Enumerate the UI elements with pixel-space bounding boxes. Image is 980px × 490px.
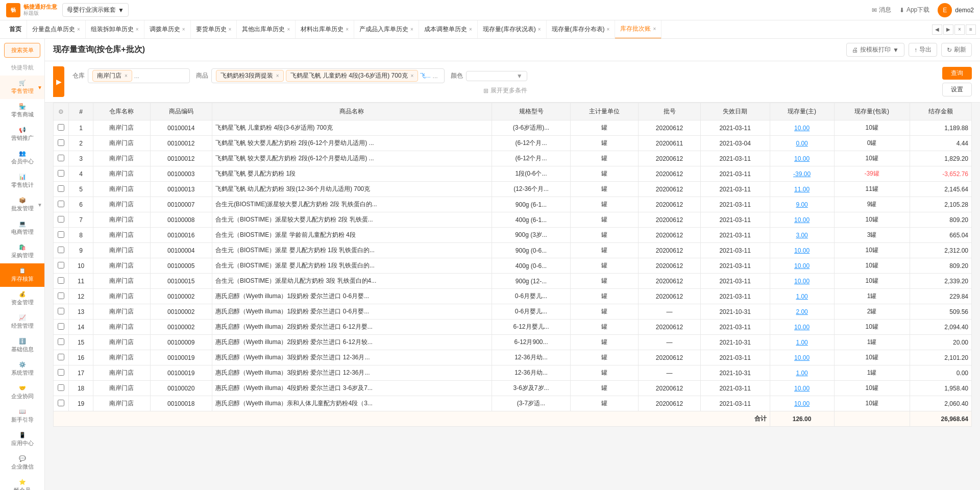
row-qty-main[interactable]: 10.00 (770, 258, 834, 274)
print-btn[interactable]: 🖨 按模板打印 ▼ (846, 43, 904, 57)
sidebar-item-operations[interactable]: 📈 经营管理 (0, 310, 44, 334)
row-qty-main[interactable]: -39.00 (770, 166, 834, 182)
row-qty-main[interactable]: 10.00 (770, 381, 834, 396)
product-more-btn[interactable]: ... (431, 72, 440, 80)
color-input[interactable]: ▼ (466, 71, 527, 81)
row-checkbox[interactable] (58, 338, 64, 345)
sidebar-item-marketing[interactable]: 📢 营销推广 (0, 122, 44, 146)
close-icon[interactable]: × (77, 27, 80, 32)
product-tag-1-remove[interactable]: × (276, 73, 279, 79)
row-checkbox[interactable] (58, 384, 64, 391)
row-qty-main[interactable]: 3.00 (770, 228, 834, 243)
search-menu-btn[interactable]: 搜索英单 (4, 43, 40, 58)
sidebar-item-member[interactable]: 👥 会员中心 (0, 146, 44, 169)
tab-diaobo[interactable]: 调拨单历史 × (144, 20, 191, 39)
row-checkbox-cell[interactable] (54, 151, 69, 166)
row-checkbox[interactable] (58, 354, 64, 360)
row-checkbox-cell[interactable] (54, 120, 69, 136)
close-icon[interactable]: × (410, 27, 413, 32)
close-icon[interactable]: × (182, 27, 185, 32)
tab-kucun-status[interactable]: 现存量(库存状况表) × (478, 20, 547, 39)
product-tag-2-remove[interactable]: × (411, 73, 414, 79)
row-checkbox[interactable] (58, 369, 64, 376)
row-checkbox-cell[interactable] (54, 258, 69, 274)
tab-kucun-dist[interactable]: 现存量(库存分布表) × (547, 20, 616, 39)
close-icon[interactable]: × (287, 27, 290, 32)
row-checkbox-cell[interactable] (54, 304, 69, 320)
sidebar-item-system[interactable]: ⚙️ 系统管理 (0, 357, 44, 381)
row-qty-main[interactable]: 1.00 (770, 335, 834, 350)
nav-close-btn[interactable]: × (954, 24, 965, 35)
sidebar-item-retail-store[interactable]: 🏪 零售商城 (0, 99, 44, 122)
sidebar-item-inventory[interactable]: 📋 库存核算 (0, 263, 44, 287)
sidebar-item-retail-stats[interactable]: 📊 零售统计 (0, 169, 44, 193)
close-icon[interactable]: × (136, 27, 139, 32)
row-checkbox[interactable] (58, 323, 64, 330)
close-icon[interactable]: × (229, 27, 232, 32)
row-qty-main[interactable]: 1.00 (770, 365, 834, 381)
row-checkbox-cell[interactable] (54, 335, 69, 350)
row-checkbox[interactable] (58, 247, 64, 253)
row-checkbox[interactable] (58, 277, 64, 284)
nav-next-btn[interactable]: ▶ (943, 24, 953, 35)
row-checkbox-cell[interactable] (54, 212, 69, 228)
close-icon[interactable]: × (346, 27, 349, 32)
tab-kucun-batch[interactable]: 库存批次账 × (615, 20, 662, 39)
row-checkbox[interactable] (58, 124, 64, 131)
row-checkbox[interactable] (58, 400, 64, 406)
nav-menu-btn[interactable]: ≡ (966, 24, 976, 35)
product-tag-1[interactable]: 飞鹤奶粉3段两提装 × (216, 70, 284, 82)
row-qty-main[interactable]: 1.00 (770, 289, 834, 304)
row-checkbox[interactable] (58, 155, 64, 161)
close-icon[interactable]: × (653, 26, 656, 32)
expand-filters-btn[interactable]: ⊞ 展开更多条件 (483, 86, 527, 95)
sidebar-item-collab[interactable]: 🤝 企业协同 (0, 381, 44, 404)
row-qty-main[interactable]: 11.00 (770, 182, 834, 197)
tab-chengben[interactable]: 成本调整单历史 × (419, 20, 478, 39)
row-checkbox-cell[interactable] (54, 396, 69, 411)
col-settings-icon[interactable]: ⚙ (58, 108, 64, 115)
row-qty-main[interactable]: 0.00 (770, 136, 834, 151)
row-qty-main[interactable]: 10.00 (770, 120, 834, 136)
row-checkbox-cell[interactable] (54, 274, 69, 289)
user-menu[interactable]: E demo2 (938, 3, 974, 17)
warehouse-remove-icon[interactable]: × (125, 73, 128, 79)
row-checkbox-cell[interactable] (54, 289, 69, 304)
row-checkbox-cell[interactable] (54, 365, 69, 381)
row-checkbox[interactable] (58, 139, 64, 146)
message-btn[interactable]: ✉ 消息 (872, 6, 891, 14)
sidebar-item-apps[interactable]: 📱 应用中心 (0, 428, 44, 451)
sidebar-item-vip[interactable]: ⭐ 畅会员 (0, 475, 44, 490)
tab-fenpan[interactable]: 分量盘点单历史 × (27, 20, 86, 39)
row-checkbox[interactable] (58, 308, 64, 314)
sidebar-item-retail[interactable]: 🛒 零售管理 ▼ (0, 76, 44, 99)
sidebar-item-ecommerce[interactable]: 💻 电商管理 (0, 216, 44, 240)
export-btn[interactable]: ↑ 导出 (909, 43, 937, 57)
row-qty-main[interactable]: 10.00 (770, 350, 834, 365)
account-selector[interactable]: 母婴行业演示账套 ▼ (62, 3, 129, 17)
sidebar-item-wechat[interactable]: 💬 企业微信 (0, 451, 44, 475)
row-checkbox-cell[interactable] (54, 166, 69, 182)
row-checkbox[interactable] (58, 216, 64, 223)
close-icon[interactable]: × (469, 27, 472, 32)
product-input[interactable]: 飞鹤奶粉3段两提装 × 飞鹤星飞帆 儿童奶粉 4段(3-6岁适用) 700克 ×… (211, 68, 445, 83)
row-qty-main[interactable]: 10.00 (770, 243, 834, 258)
filter-toggle-btn[interactable]: ▶ (53, 66, 64, 97)
row-qty-main[interactable]: 10.00 (770, 274, 834, 289)
row-qty-main[interactable]: 2.00 (770, 304, 834, 320)
row-checkbox-cell[interactable] (54, 228, 69, 243)
row-checkbox-cell[interactable] (54, 182, 69, 197)
row-checkbox-cell[interactable] (54, 350, 69, 365)
warehouse-tag[interactable]: 南岸门店 × (92, 70, 132, 82)
refresh-btn[interactable]: ↻ 刷新 (941, 43, 972, 57)
sidebar-item-finance[interactable]: 💰 资金管理 (0, 287, 44, 310)
tab-zuzhuang[interactable]: 组装拆卸单历史 × (86, 20, 144, 39)
row-checkbox-cell[interactable] (54, 381, 69, 396)
warehouse-input[interactable]: 南岸门店 × ... (88, 68, 190, 83)
tab-qita[interactable]: 其他出库单历史 × (237, 20, 296, 39)
row-checkbox[interactable] (58, 292, 64, 299)
sidebar-item-wholesale[interactable]: 📦 批发管理 ▼ (0, 193, 44, 216)
row-checkbox[interactable] (58, 170, 64, 177)
settings-btn[interactable]: 设置 (942, 83, 972, 96)
tab-home[interactable]: 首页 (4, 20, 27, 39)
